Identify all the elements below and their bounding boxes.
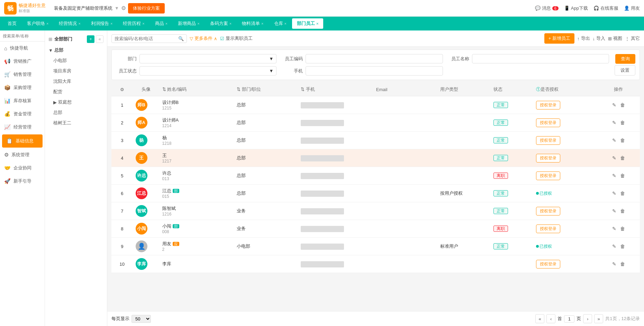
delete-button[interactable]: 🗑 (619, 119, 626, 126)
auth-button[interactable]: 授权登录 (536, 260, 560, 268)
user-btn[interactable]: 👤 用友 (624, 5, 640, 11)
tab-barcode[interactable]: 条码方案 × (205, 18, 236, 29)
th-phone[interactable]: ⇅ 手机 (298, 83, 373, 96)
tab-warehouse[interactable]: 仓库 × (269, 18, 291, 29)
search-input[interactable] (115, 36, 177, 41)
edit-button[interactable]: ✎ (611, 225, 618, 232)
tab-new-goods[interactable]: 新增商品 × (173, 18, 204, 29)
per-page-select[interactable]: 50 100 200 (131, 315, 151, 323)
import-btn[interactable]: ↓ 导入 (593, 35, 606, 42)
sidebar-item-operation[interactable]: 📈 经营管理 (0, 121, 45, 134)
tab-dept-emp-close[interactable]: × (316, 21, 318, 26)
other-btn[interactable]: ⋮ 其它 (625, 35, 640, 42)
edit-button[interactable]: ✎ (611, 137, 618, 144)
tab-home[interactable]: 首页 (3, 18, 21, 29)
delete-button[interactable]: 🗑 (619, 261, 626, 267)
auth-button[interactable]: 授权登录 (536, 118, 560, 127)
auth-button[interactable]: 授权登录 (536, 224, 560, 233)
export-btn[interactable]: ↑ 导出 (577, 35, 590, 42)
view-btn[interactable]: ⊞ 视图 (608, 35, 622, 42)
dept-node-headquarter-parent[interactable]: ▼ 总部 (45, 45, 107, 55)
tab-operation-close[interactable]: × (78, 21, 80, 26)
th-name[interactable]: ⇅ 姓名/编码 (160, 83, 234, 96)
query-button[interactable]: 查询 (615, 54, 635, 64)
tab-warehouse-close[interactable]: × (284, 21, 287, 26)
dept-node-hq[interactable]: 总部 (45, 107, 107, 118)
auth-button[interactable]: 授权登录 (536, 101, 560, 109)
auth-button[interactable]: 授权登录 (536, 207, 560, 215)
edit-button[interactable]: ✎ (611, 261, 618, 267)
auth-button[interactable]: 授权登录 (536, 171, 560, 180)
show-resigned-toggle[interactable]: ☑ 显示离职员工 (220, 35, 253, 42)
emp-status-select[interactable]: ▼ (139, 66, 276, 76)
delete-button[interactable]: 🗑 (619, 243, 626, 250)
search-icon[interactable]: 🔍 (178, 36, 184, 41)
edit-button[interactable]: ✎ (611, 243, 618, 250)
tab-bom[interactable]: 物料清单 × (237, 18, 268, 29)
delete-button[interactable]: 🗑 (619, 208, 626, 214)
delete-button[interactable]: 🗑 (619, 137, 626, 144)
edit-button[interactable]: ✎ (611, 119, 618, 126)
last-page-btn[interactable]: » (594, 314, 603, 323)
sidebar-item-basic[interactable]: 📋 基础信息 (2, 134, 43, 148)
sidebar-item-marketing[interactable]: 📢 营销推广 (0, 55, 45, 68)
th-dept[interactable]: ⇅ 部门/职位 (234, 83, 298, 96)
app-download-btn[interactable]: 📱 App下载 (564, 5, 588, 11)
sidebar-item-inventory[interactable]: 📊 库存核算 (0, 94, 45, 107)
delete-button[interactable]: 🗑 (619, 102, 626, 108)
dept-node-plant[interactable]: 植树王二 (45, 118, 107, 128)
tab-goods-close[interactable]: × (165, 21, 167, 26)
tab-profit-close[interactable]: × (110, 21, 112, 26)
sidebar-item-guide[interactable]: 🚀 新手引导 (0, 175, 45, 188)
tab-customer-close[interactable]: × (46, 21, 48, 26)
auth-button[interactable]: 授权登录 (536, 154, 560, 162)
emp-name-input[interactable] (472, 54, 609, 63)
sidebar-item-enterprise[interactable]: 🤝 企业协同 (0, 161, 45, 175)
edit-button[interactable]: ✎ (611, 190, 618, 197)
delete-button[interactable]: 🗑 (619, 172, 626, 179)
sidebar-item-quick-nav[interactable]: ⌂ 快捷导航 (0, 42, 45, 55)
tab-customer[interactable]: 客户联络 × (22, 18, 53, 29)
tab-goods[interactable]: 商品 × (150, 18, 172, 29)
phone-input[interactable] (306, 66, 443, 76)
more-conditions-btn[interactable]: ▽ 更多条件 ∧ (190, 35, 217, 42)
delete-button[interactable]: 🗑 (619, 225, 626, 232)
sidebar-item-purchase[interactable]: 📦 采购管理 (0, 81, 45, 94)
sidebar-item-sales[interactable]: 🛒 销售管理 (0, 68, 45, 81)
system-dropdown-icon[interactable]: ▼ (115, 6, 119, 11)
sidebar-item-finance[interactable]: 💰 资金管理 (0, 107, 45, 121)
next-page-btn[interactable]: › (583, 314, 592, 323)
first-page-btn[interactable]: « (535, 314, 544, 323)
edit-button[interactable]: ✎ (611, 102, 618, 108)
tab-bom-close[interactable]: × (261, 21, 263, 26)
tab-dept-emp[interactable]: 部门员工 × (292, 18, 323, 29)
edit-button[interactable]: ✎ (611, 155, 618, 161)
setup-button[interactable]: 设置 (615, 65, 635, 76)
delete-button[interactable]: 🗑 (619, 155, 626, 161)
edit-button[interactable]: ✎ (611, 208, 618, 214)
tab-history-close[interactable]: × (142, 21, 144, 26)
emp-code-input[interactable] (306, 54, 443, 63)
tab-profit[interactable]: 利润报告 × (86, 18, 117, 29)
delete-button[interactable]: 🗑 (619, 190, 626, 197)
settings-icon[interactable]: ⚙ (120, 87, 124, 92)
trial-button[interactable]: 体验行业方案 (128, 3, 165, 14)
settings-icon[interactable]: ⚙ (121, 5, 126, 11)
dept-add-icon[interactable]: + (87, 35, 94, 43)
edit-button[interactable]: ✎ (611, 172, 618, 179)
tab-barcode-close[interactable]: × (229, 21, 232, 26)
current-page-num[interactable]: 1 (564, 315, 574, 323)
message-btn[interactable]: 💬 消息 6 (535, 5, 559, 11)
tab-operation[interactable]: 经营情况 × (54, 18, 85, 29)
dept-node-small-elec[interactable]: 小电部 (45, 55, 107, 66)
dept-collapse-icon[interactable]: « (96, 35, 103, 43)
sidebar-item-system[interactable]: ⚙ 系统管理 (0, 148, 45, 161)
dept-node-shenyang[interactable]: 沈阳大库 (45, 76, 107, 87)
dept-node-project-store[interactable]: 项目库房 (45, 66, 107, 76)
dept-node-delivery[interactable]: 配货 (45, 87, 107, 97)
dept-select[interactable]: ▼ (139, 54, 276, 63)
dept-node-shuangting[interactable]: ▶ 双庭想 (45, 97, 107, 107)
online-service-btn[interactable]: 🎧 在线客服 (593, 5, 618, 11)
auth-button[interactable]: 授权登录 (536, 136, 560, 145)
add-employee-button[interactable]: + 新增员工 (544, 33, 574, 44)
